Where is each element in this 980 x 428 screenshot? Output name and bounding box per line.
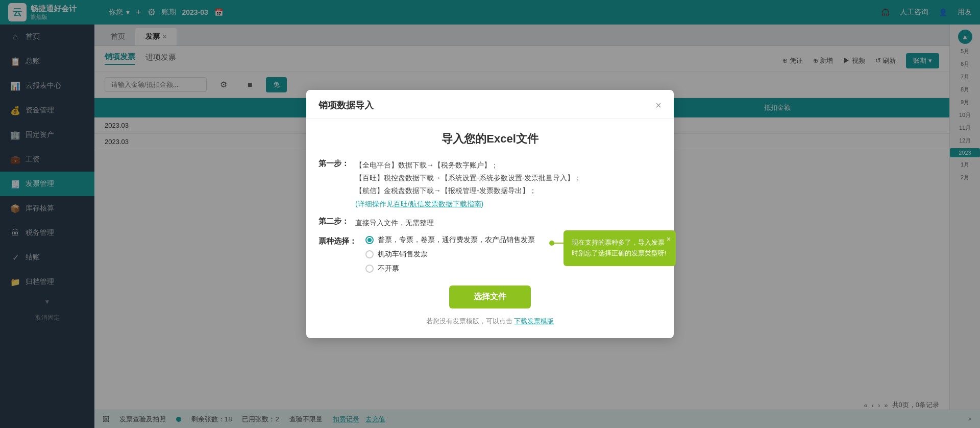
import-modal: 销项数据导入 × 导入您的Excel文件 第一步： 【全电平台】数据下载→【税务… (306, 90, 674, 338)
step1-line1: 【全电平台】数据下载→【税务数字账户】； (355, 159, 581, 172)
step1-link[interactable]: (详细操作见百旺/航信发票数据下载指南) (355, 198, 581, 210)
download-template-link[interactable]: 下载发票模版 (514, 317, 554, 325)
download-tip-text: 若您没有发票模版，可以点击 (426, 317, 512, 325)
step1-line3: 【航信】金税盘数据下载→【报税管理-发票数据导出】； (355, 184, 581, 197)
modal-header: 销项数据导入 × (306, 90, 674, 119)
radio-normal-circle (365, 236, 374, 244)
radio-motor-label: 机动车销售发票 (378, 250, 428, 259)
step1-row: 第一步： 【全电平台】数据下载→【税务数字账户】； 【百旺】税控盘数据下载→【系… (318, 159, 662, 210)
radio-noticket-label: 不开票 (378, 264, 399, 273)
step2-label: 第二步： (318, 217, 349, 229)
modal-body: 导入您的Excel文件 第一步： 【全电平台】数据下载→【税务数字账户】； 【百… (306, 119, 674, 338)
tooltip-line (554, 243, 565, 244)
step1-line2: 【百旺】税控盘数据下载→【系统设置-系统参数设置-发票批量导入】； (355, 172, 581, 184)
radio-noticket[interactable]: 不开票 (365, 264, 535, 273)
radio-normal[interactable]: 普票，专票，卷票，通行费发票，农产品销售发票 (365, 235, 535, 245)
radio-noticket-circle (365, 265, 374, 273)
step2-content: 直接导入文件，无需整理 (355, 217, 434, 229)
select-file-button[interactable]: 选择文件 (449, 286, 531, 308)
tooltip-container: × 现在支持的票种多了，导入发票时别忘了选择正确的发票类型呀! (564, 230, 676, 266)
modal-overlay: 销项数据导入 × 导入您的Excel文件 第一步： 【全电平台】数据下载→【税务… (0, 0, 980, 428)
tooltip-text: 现在支持的票种多了，导入发票时别忘了选择正确的发票类型呀! (572, 239, 667, 257)
import-title: 导入您的Excel文件 (318, 131, 662, 147)
radio-motor[interactable]: 机动车销售发票 (365, 250, 535, 259)
tooltip-close-btn[interactable]: × (667, 233, 671, 245)
step1-label: 第一步： (318, 159, 349, 210)
modal-title: 销项数据导入 (318, 99, 374, 111)
step1-content: 【全电平台】数据下载→【税务数字账户】； 【百旺】税控盘数据下载→【系统设置-系… (355, 159, 581, 210)
ticket-label: 票种选择： (318, 235, 359, 246)
tooltip-dot (549, 241, 554, 246)
radio-normal-label: 普票，专票，卷票，通行费发票，农产品销售发票 (378, 235, 535, 245)
download-tip: 若您没有发票模版，可以点击 下载发票模版 (318, 317, 662, 326)
radio-normal-dot (368, 238, 372, 242)
radio-group: 普票，专票，卷票，通行费发票，农产品销售发票 机动车销售发票 不开票 (365, 235, 535, 273)
radio-motor-circle (365, 250, 374, 258)
modal-close-button[interactable]: × (655, 100, 662, 111)
step2-row: 第二步： 直接导入文件，无需整理 (318, 217, 662, 229)
tooltip-bubble: × 现在支持的票种多了，导入发票时别忘了选择正确的发票类型呀! (564, 230, 676, 266)
tooltip-wrapper: × 现在支持的票种多了，导入发票时别忘了选择正确的发票类型呀! (564, 230, 676, 266)
ticket-select-row: 票种选择： 普票，专票，卷票，通行费发票，农产品销售发票 机动车销售发票 (318, 235, 662, 273)
